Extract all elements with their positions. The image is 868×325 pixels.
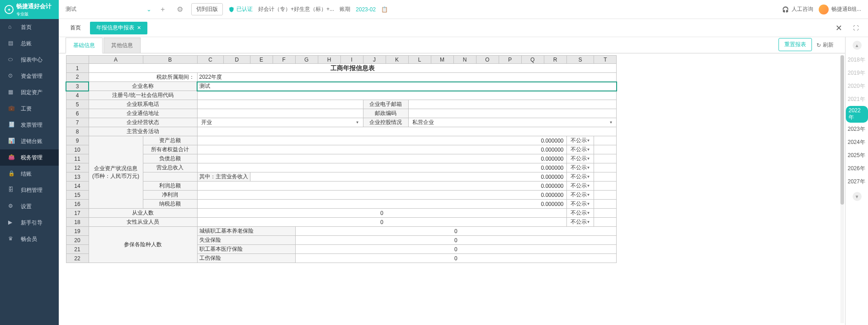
email-cell[interactable]: [408, 100, 617, 109]
close-icon[interactable]: ✕: [137, 25, 141, 31]
tab-annual-report[interactable]: 年报信息申报表 ✕: [90, 22, 147, 34]
col-header[interactable]: P: [499, 56, 521, 64]
col-header[interactable]: G: [295, 56, 318, 64]
holding-cell[interactable]: 私营企业▼: [408, 118, 617, 127]
period-value-cell[interactable]: 2022年度: [197, 73, 617, 82]
vertical-scrollbar[interactable]: [840, 55, 844, 323]
medical-cell[interactable]: 0: [295, 245, 617, 254]
nav-item-7[interactable]: 📊进销台账: [0, 133, 59, 149]
net-profit-cell[interactable]: 0.000000: [197, 191, 566, 200]
nav-item-1[interactable]: ▤总账: [0, 35, 59, 52]
period-browse-icon[interactable]: 📋: [381, 6, 388, 13]
expand-icon[interactable]: ⛶: [850, 25, 861, 31]
liabilities-cell[interactable]: 0.000000: [197, 154, 566, 163]
nav-item-2[interactable]: ⬭报表中心: [0, 52, 59, 68]
employees-cell[interactable]: 0: [197, 209, 566, 218]
pub-select[interactable]: 不公示▼: [566, 191, 594, 200]
pension-cell[interactable]: 0: [295, 227, 617, 236]
col-header[interactable]: K: [386, 56, 408, 64]
pub-select[interactable]: 不公示▼: [566, 154, 594, 163]
nav-item-3[interactable]: ⊙资金管理: [0, 68, 59, 84]
subtab-basic[interactable]: 基础信息: [66, 38, 103, 53]
company-name-cell[interactable]: 测试: [197, 82, 617, 91]
col-header[interactable]: B: [143, 56, 197, 64]
nav-item-4[interactable]: ▦固定资产: [0, 84, 59, 100]
nav-item-10[interactable]: 🗄归档管理: [0, 182, 59, 198]
year-item[interactable]: 2023年: [846, 123, 868, 136]
year-up-icon[interactable]: ▲: [853, 41, 862, 50]
user-menu[interactable]: 畅捷通B组...: [819, 5, 861, 14]
col-header[interactable]: I: [340, 56, 363, 64]
col-header[interactable]: C: [197, 56, 224, 64]
col-header[interactable]: S: [566, 56, 594, 64]
col-header[interactable]: M: [431, 56, 453, 64]
reg-number-cell[interactable]: [197, 91, 617, 100]
pub-select[interactable]: 不公示▼: [566, 136, 594, 145]
main-biz-cell[interactable]: [197, 127, 617, 136]
nav-item-9[interactable]: 🔒结账: [0, 166, 59, 182]
nav-item-5[interactable]: 💼工资: [0, 100, 59, 117]
pub-select[interactable]: 不公示▼: [566, 182, 594, 191]
nav-item-13[interactable]: ♛畅会员: [0, 231, 59, 247]
support-link[interactable]: 🎧 人工咨询: [782, 5, 813, 13]
subtab-other[interactable]: 其他信息: [104, 38, 141, 53]
company-selector[interactable]: 测试 ⌄: [66, 4, 151, 15]
tab-home[interactable]: 首页: [66, 24, 85, 32]
pub-select[interactable]: 不公示▼: [566, 209, 594, 218]
year-down-icon[interactable]: ▼: [853, 192, 862, 201]
add-icon[interactable]: +: [157, 4, 169, 15]
period-value[interactable]: 2023-02: [356, 6, 376, 13]
pub-select[interactable]: 不公示▼: [566, 163, 594, 172]
phone-cell[interactable]: [197, 100, 363, 109]
female-employees-cell[interactable]: 0: [197, 218, 566, 227]
pub-select[interactable]: 不公示▼: [566, 218, 594, 227]
profit-cell[interactable]: 0.000000: [197, 182, 566, 191]
injury-cell[interactable]: 0: [295, 254, 617, 263]
nav-item-8[interactable]: 👛税务管理: [0, 149, 59, 166]
unemployment-cell[interactable]: 0: [295, 236, 617, 245]
col-header[interactable]: L: [408, 56, 431, 64]
nav-item-6[interactable]: 🧾发票管理: [0, 117, 59, 133]
year-item[interactable]: 2024年: [846, 136, 868, 149]
pub-select[interactable]: 不公示▼: [566, 145, 594, 154]
year-item[interactable]: 2025年: [846, 149, 868, 162]
col-header[interactable]: R: [544, 56, 566, 64]
scroll-thumb[interactable]: [840, 55, 844, 205]
pub-select[interactable]: 不公示▼: [566, 172, 594, 182]
year-item[interactable]: 2018年: [846, 53, 868, 67]
col-header[interactable]: F: [273, 56, 295, 64]
col-header[interactable]: H: [318, 56, 340, 64]
reset-button[interactable]: 重置报表: [778, 38, 812, 51]
total-assets-cell[interactable]: 0.000000: [197, 136, 566, 145]
revenue-cell[interactable]: 0.000000: [197, 163, 566, 172]
nav-item-0[interactable]: ⌂首页: [0, 19, 59, 35]
col-header[interactable]: N: [453, 56, 476, 64]
col-header[interactable]: O: [476, 56, 499, 64]
refresh-button[interactable]: ↻ 刷新: [812, 39, 838, 51]
status-cell[interactable]: 开业▼: [197, 118, 363, 127]
year-item[interactable]: 2020年: [846, 80, 868, 93]
col-header[interactable]: T: [594, 56, 617, 64]
col-header[interactable]: D: [224, 56, 250, 64]
postcode-cell[interactable]: [408, 109, 617, 118]
address-cell[interactable]: [197, 109, 363, 118]
col-header[interactable]: A: [89, 56, 143, 64]
year-item[interactable]: 2027年: [846, 175, 868, 188]
nav-item-11[interactable]: ⚙设置: [0, 198, 59, 215]
col-header[interactable]: J: [363, 56, 386, 64]
nav-item-12[interactable]: ▶新手引导: [0, 215, 59, 231]
year-item[interactable]: 2021年: [846, 93, 868, 106]
year-item[interactable]: 2026年: [846, 162, 868, 175]
col-header[interactable]: Q: [521, 56, 544, 64]
gear-icon[interactable]: ⚙: [174, 4, 186, 15]
year-item[interactable]: 2022年: [846, 106, 868, 123]
pub-select[interactable]: 不公示▼: [566, 200, 594, 209]
tax-cell[interactable]: 0.000000: [197, 200, 566, 209]
year-item[interactable]: 2019年: [846, 67, 868, 80]
col-header[interactable]: E: [250, 56, 273, 64]
spreadsheet[interactable]: ABCDEFGHIJKLMNOPQRST 1工商年报信息表 2税款所属期间：20…: [59, 53, 845, 325]
switch-old-button[interactable]: 切到旧版: [191, 3, 223, 15]
equity-cell[interactable]: 0.000000: [197, 145, 566, 154]
main-revenue-cell[interactable]: 0.000000: [250, 172, 566, 182]
close-all-icon[interactable]: ✕: [832, 23, 846, 33]
